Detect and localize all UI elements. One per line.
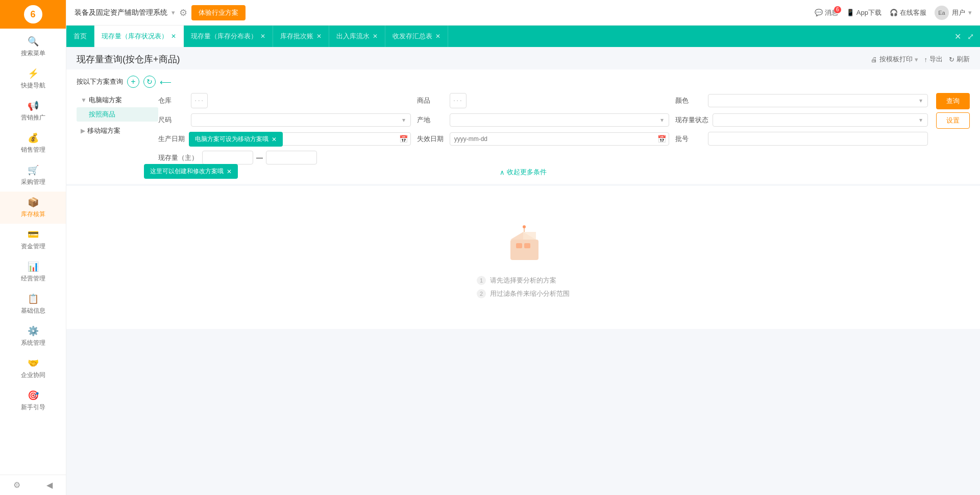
tab-inout-flow[interactable]: 出入库流水 ✕ bbox=[329, 26, 385, 47]
stock-qty-max-input[interactable] bbox=[266, 151, 317, 164]
user-menu[interactable]: Ea 用户 ▾ bbox=[935, 6, 972, 20]
tab-batch-ledger-label: 库存批次账 bbox=[280, 32, 313, 41]
tab-close-all-icon[interactable]: ✕ bbox=[952, 30, 963, 43]
refresh-btn[interactable]: ↻ 刷新 bbox=[949, 55, 970, 64]
export-btn[interactable]: ↑ 导出 bbox=[924, 55, 943, 64]
sidebar-item-label: 营销推广 bbox=[21, 113, 45, 122]
color-select-arrow: ▾ bbox=[919, 97, 922, 104]
sidebar-item-purchase[interactable]: 🛒 采购管理 bbox=[0, 159, 66, 192]
expire-date-input[interactable] bbox=[450, 132, 670, 146]
filter-with-sidebar: ▼ 电脑端方案 按照商品 ▶ 移动端方案 bbox=[77, 93, 970, 164]
printer-icon: 🖨 bbox=[871, 56, 877, 63]
tab-inout-flow-close[interactable]: ✕ bbox=[373, 33, 378, 39]
empty-tip-1: 1 请先选择要分析的方案 bbox=[477, 276, 570, 285]
sidebar-item-search-menu[interactable]: 🔍 搜索菜单 bbox=[0, 31, 66, 63]
notification-icon[interactable]: 💬 6 消息 bbox=[815, 8, 838, 17]
sidebar-item-system[interactable]: ⚙️ 系统管理 bbox=[0, 320, 66, 352]
stock-qty-label: 现存量（主） bbox=[158, 153, 198, 162]
mobile-scheme-parent[interactable]: ▶ 移动端方案 bbox=[77, 124, 158, 138]
stock-qty-min-input[interactable] bbox=[202, 151, 253, 164]
tab-inventory-dist[interactable]: 现存量（库存分布表） ✕ bbox=[184, 26, 273, 47]
sidebar-item-label: 销售管理 bbox=[21, 146, 45, 154]
system-name-dropdown-icon[interactable]: ▾ bbox=[172, 9, 175, 16]
filter-header: 按以下方案查询 + ↻ ⟵ bbox=[77, 76, 970, 88]
sidebar-item-marketing[interactable]: 📢 营销推广 bbox=[0, 95, 66, 127]
tab-bar: 首页 现存量（库存状况表） ✕ 现存量（库存分布表） ✕ 库存批次账 ✕ 出入库… bbox=[66, 26, 980, 47]
industry-btn[interactable]: 体验行业方案 bbox=[191, 5, 246, 20]
sidebar-collapse-btn[interactable]: ◀ bbox=[46, 480, 53, 490]
user-dropdown-icon: ▾ bbox=[968, 9, 972, 16]
chevron-right-icon: ▶ bbox=[81, 127, 85, 134]
sidebar-item-operations[interactable]: 📊 经营管理 bbox=[0, 256, 66, 288]
tab-batch-ledger-close[interactable]: ✕ bbox=[316, 33, 322, 39]
sidebar: 6 🔍 搜索菜单 ⚡ 快捷导航 📢 营销推广 💰 销售管理 🛒 采购管理 📦 库… bbox=[0, 0, 66, 495]
prod-date-label: 生产日期 bbox=[158, 134, 187, 144]
color-select[interactable]: ▾ bbox=[708, 94, 928, 107]
tab-inventory-status-close[interactable]: ✕ bbox=[171, 33, 176, 39]
scheme-tooltip-close-2[interactable]: ✕ bbox=[227, 168, 232, 175]
batch-no-label: 批号 bbox=[675, 134, 704, 144]
scheme-tooltip-box-2: 这里可以创建和修改方案哦 ✕ bbox=[144, 164, 238, 179]
search-actions: 查询 设置 bbox=[936, 93, 970, 164]
sidebar-settings-btn[interactable]: ⚙ bbox=[13, 480, 20, 490]
tab-inventory-status[interactable]: 现存量（库存状况表） ✕ bbox=[94, 26, 184, 47]
svg-point-6 bbox=[523, 225, 526, 228]
top-header-left: 装备及固定资产辅助管理系统 ▾ ⚙ 体验行业方案 bbox=[75, 5, 246, 20]
chevron-up-icon: ∧ bbox=[500, 169, 505, 176]
stock-status-select[interactable]: ▾ bbox=[713, 113, 928, 127]
stock-status-label: 现存量状态 bbox=[675, 115, 708, 125]
add-scheme-btn[interactable]: + bbox=[127, 76, 139, 88]
size-label: 尺码 bbox=[158, 115, 187, 125]
sidebar-item-guide[interactable]: 🎯 新手引导 bbox=[0, 385, 66, 417]
tab-maximize-icon[interactable]: ⤢ bbox=[965, 30, 976, 43]
chevron-down-icon: ▼ bbox=[81, 97, 87, 104]
main-wrap: 装备及固定资产辅助管理系统 ▾ ⚙ 体验行业方案 💬 6 消息 📱 App下载 … bbox=[66, 0, 980, 495]
tab-recv-summary[interactable]: 收发存汇总表 ✕ bbox=[385, 26, 448, 47]
online-service-btn[interactable]: 🎧 在线客服 bbox=[890, 8, 926, 17]
sidebar-item-label: 企业协同 bbox=[21, 371, 45, 380]
scheme-tooltip-box-1: 电脑方案可设为移动方案哦 ✕ bbox=[189, 132, 283, 147]
sidebar-item-quick-nav[interactable]: ⚡ 快捷导航 bbox=[0, 63, 66, 95]
filter-row-1: 仓库 ··· 商品 ··· 颜色 ▾ bbox=[158, 93, 928, 108]
sidebar-item-sales[interactable]: 💰 销售管理 bbox=[0, 127, 66, 159]
desktop-scheme-parent[interactable]: ▼ 电脑端方案 bbox=[77, 93, 158, 107]
reset-button[interactable]: 设置 bbox=[936, 112, 970, 129]
svg-marker-2 bbox=[523, 232, 536, 240]
print-dropdown-icon: ▾ bbox=[915, 56, 918, 63]
desktop-scheme-item-0[interactable]: 按照商品 bbox=[77, 107, 158, 122]
sidebar-item-inventory[interactable]: 📦 库存核算 bbox=[0, 192, 66, 224]
inventory-icon: 📦 bbox=[28, 197, 39, 208]
sidebar-item-finance[interactable]: 💳 资金管理 bbox=[0, 224, 66, 256]
scheme-tooltip-2: 这里可以创建和修改方案哦 ✕ bbox=[144, 164, 238, 179]
warehouse-label: 仓库 bbox=[158, 96, 187, 105]
operations-icon: 📊 bbox=[28, 261, 39, 272]
search-button[interactable]: 查询 bbox=[936, 93, 970, 109]
filter-field-goods: 商品 ··· bbox=[417, 93, 670, 108]
batch-no-input[interactable] bbox=[708, 132, 928, 146]
sales-icon: 💰 bbox=[28, 132, 39, 144]
tab-recv-summary-close[interactable]: ✕ bbox=[435, 33, 440, 39]
scheme-tooltip-close-1[interactable]: ✕ bbox=[272, 136, 277, 143]
origin-select[interactable]: ▾ bbox=[450, 113, 670, 127]
system-settings-icon[interactable]: ⚙ bbox=[179, 7, 187, 18]
basic-info-icon: 📋 bbox=[28, 293, 39, 304]
tab-batch-ledger[interactable]: 库存批次账 ✕ bbox=[273, 26, 329, 47]
sidebar-item-label: 搜索菜单 bbox=[21, 49, 45, 58]
sidebar-item-enterprise[interactable]: 🤝 企业协同 bbox=[0, 352, 66, 385]
tab-inventory-dist-close[interactable]: ✕ bbox=[260, 33, 265, 39]
sidebar-item-label: 新手引导 bbox=[21, 403, 45, 412]
sidebar-item-basic-info[interactable]: 📋 基础信息 bbox=[0, 288, 66, 320]
warehouse-input[interactable]: ··· bbox=[191, 93, 208, 108]
refresh-scheme-btn[interactable]: ↻ bbox=[143, 76, 156, 88]
tab-bar-actions: ✕ ⤢ bbox=[952, 30, 980, 43]
tab-home[interactable]: 首页 bbox=[66, 26, 94, 47]
goods-input[interactable]: ··· bbox=[450, 93, 467, 108]
print-btn[interactable]: 🖨 按模板打印 ▾ bbox=[871, 55, 918, 64]
export-icon: ↑ bbox=[924, 56, 928, 63]
app-download-btn[interactable]: 📱 App下载 bbox=[846, 8, 881, 17]
sidebar-menu: 🔍 搜索菜单 ⚡ 快捷导航 📢 营销推广 💰 销售管理 🛒 采购管理 📦 库存核… bbox=[0, 29, 66, 475]
size-select[interactable]: ▾ bbox=[191, 113, 411, 127]
top-header-right: 💬 6 消息 📱 App下载 🎧 在线客服 Ea 用户 ▾ bbox=[815, 6, 972, 20]
back-icon[interactable]: ⟵ bbox=[160, 77, 172, 87]
tab-inventory-status-label: 现存量（库存状况表） bbox=[102, 32, 168, 41]
